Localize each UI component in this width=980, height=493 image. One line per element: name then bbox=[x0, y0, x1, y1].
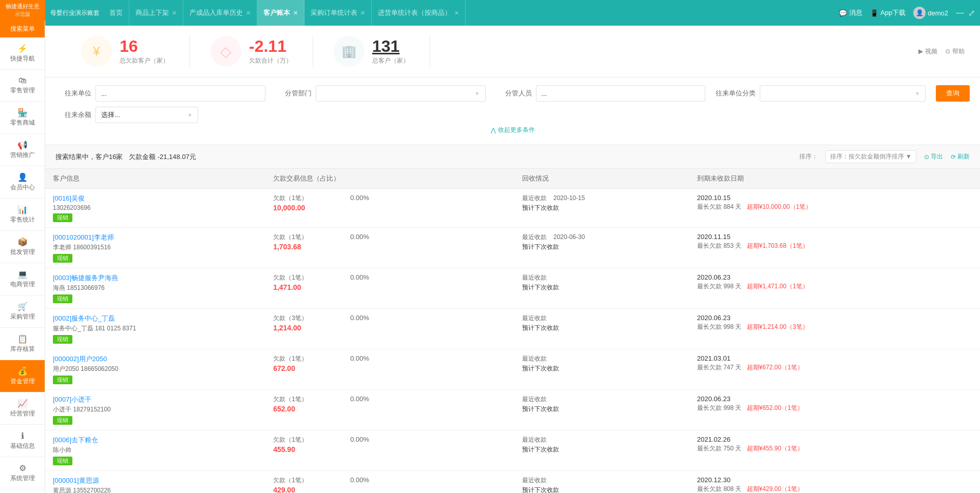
view-video-btn[interactable]: ▶ 视频 bbox=[918, 47, 937, 56]
recover-label-4: 最近收款 bbox=[522, 314, 682, 323]
maximize-btn[interactable]: ⤢ bbox=[968, 8, 975, 18]
sidebar-item-batch-mgmt[interactable]: 📦批发管理 bbox=[0, 231, 45, 263]
debt-amount-7[interactable]: 455.90 bbox=[273, 445, 335, 453]
debt-amount-4[interactable]: 1,214.00 bbox=[273, 324, 335, 332]
stat-debt-label: 欠款合计（万） bbox=[249, 56, 292, 65]
tab-close-purchase-stats[interactable]: ✕ bbox=[360, 10, 365, 16]
sidebar-item-quick-nav[interactable]: ⚡快捷导航 bbox=[0, 37, 45, 70]
app-download-btn[interactable]: 📱 App下载 bbox=[870, 8, 906, 17]
refresh-label: 刷新 bbox=[957, 152, 970, 161]
customer-name-link-1[interactable]: [0016]吴俊 bbox=[53, 194, 258, 203]
sidebar-item-finance[interactable]: 💰资金管理 bbox=[0, 360, 45, 392]
sort-select[interactable]: 排序：按欠款金额倒序排序 ▼ bbox=[825, 150, 916, 163]
debt-amount-5[interactable]: 672.00 bbox=[273, 364, 335, 372]
overdue-amount-link-3[interactable]: 超期¥1,471.00（1笔） bbox=[747, 283, 809, 290]
sidebar-item-operations[interactable]: 📈经营管理 bbox=[0, 392, 45, 425]
from-unit-input[interactable]: ... bbox=[95, 85, 265, 102]
overdue-amount-link-2[interactable]: 超期¥1,703.68（1笔） bbox=[747, 242, 809, 249]
query-button[interactable]: 查询 bbox=[936, 85, 970, 102]
customer-phone-6: 小迸干 18279152100 bbox=[53, 405, 258, 414]
user-avatar-btn[interactable]: 👤 demo2 bbox=[913, 7, 948, 19]
cell-debt-3: 欠款（1笔） 1,471.00 0.00% bbox=[265, 268, 514, 309]
debt-amount-8[interactable]: 429.00 bbox=[273, 486, 335, 493]
table-row: [0016]吴俊 13026203696 现销 欠款（1笔） 10,000.00… bbox=[45, 189, 980, 228]
export-icon: ⊙ bbox=[924, 153, 929, 161]
next-collect-7: 预计下次收款 bbox=[522, 445, 682, 454]
sidebar-item-basic-info[interactable]: ℹ基础信息 bbox=[0, 425, 45, 457]
customer-name-link-6[interactable]: [0007]小迸干 bbox=[53, 395, 258, 404]
sidebar-item-retail-mgmt[interactable]: 🛍零售管理 bbox=[0, 70, 45, 102]
sidebar-item-retail-stats[interactable]: 📊零售统计 bbox=[0, 199, 45, 231]
cell-recover-3: 最近收款 预计下次收款 bbox=[514, 268, 689, 309]
stat-total-customers: 🏢 131 总客户（家） bbox=[313, 36, 430, 67]
overdue-amount-link-4[interactable]: 超期¥1,214.00（3笔） bbox=[747, 323, 809, 330]
dept-select[interactable]: ▼ bbox=[316, 85, 486, 102]
debt-amount-6[interactable]: 652.00 bbox=[273, 405, 335, 413]
table-row: [0007]小迸干 小迸干 18279152100 现销 欠款（1笔） 652.… bbox=[45, 390, 980, 430]
overdue-days-7: 最长欠款 750 天 超期¥455.90（1笔） bbox=[697, 444, 972, 453]
debt-count-5: 欠款（1笔） bbox=[273, 354, 335, 363]
customer-phone-4: 服务中心_丁磊 181 0125 8371 bbox=[53, 324, 258, 333]
tab-home[interactable]: 首页 bbox=[103, 0, 129, 26]
cell-recover-7: 最近收款 预计下次收款 bbox=[514, 430, 689, 471]
collapse-filter-btn[interactable]: ⋀ 收起更多条件 bbox=[55, 123, 970, 137]
export-btn[interactable]: ⊙ 导出 bbox=[924, 152, 943, 161]
tab-close-import-stats[interactable]: ✕ bbox=[454, 10, 459, 16]
refresh-btn[interactable]: ⟳ 刷新 bbox=[951, 152, 970, 161]
debt-amount-1[interactable]: 10,000.00 bbox=[273, 204, 335, 212]
tab-production-history[interactable]: 产成品入库单历史✕ bbox=[183, 0, 257, 26]
search-menu-btn[interactable]: 搜索菜单 bbox=[0, 21, 45, 37]
tab-products-off[interactable]: 商品上下架✕ bbox=[129, 0, 183, 26]
cell-overdue-8: 2020.12.30 最长欠款 808 天 超期¥429.00（1笔） bbox=[689, 471, 980, 494]
debt-amount-2[interactable]: 1,703.68 bbox=[273, 243, 335, 251]
cell-overdue-2: 2020.11.15 最长欠款 853 天 超期¥1,703.68（1笔） bbox=[689, 228, 980, 268]
table-row: [0003]畅捷服务尹海燕 海燕 18513066976 现销 欠款（1笔） 1… bbox=[45, 268, 980, 309]
sidebar-item-marketing[interactable]: 📢营销推广 bbox=[0, 134, 45, 166]
sidebar-item-member-center[interactable]: 👤会员中心 bbox=[0, 166, 45, 199]
tab-close-customer-account[interactable]: ✕ bbox=[293, 10, 298, 16]
customer-name-link-2[interactable]: [0001020001]李老师 bbox=[53, 233, 258, 242]
cell-overdue-3: 2020.06.23 最长欠款 998 天 超期¥1,471.00（1笔） bbox=[689, 268, 980, 309]
help-btn[interactable]: ⊙ 帮助 bbox=[945, 47, 965, 56]
stat-total-value[interactable]: 131 bbox=[372, 38, 409, 54]
next-collect-2: 预计下次收款 bbox=[522, 243, 682, 251]
tab-customer-account[interactable]: 客户账本✕ bbox=[257, 0, 304, 26]
unit-class-select[interactable]: ▼ bbox=[760, 85, 926, 102]
minimize-btn[interactable]: — bbox=[956, 8, 964, 18]
data-table: 客户信息 欠款交易信息（占比） 回收情况 到期未收款日期 [0016]吴俊 13… bbox=[45, 169, 980, 493]
overdue-amount-link-5[interactable]: 超期¥672.00（1笔） bbox=[747, 364, 803, 371]
cell-customer-4: [0002]服务中心_丁磊 服务中心_丁磊 181 0125 8371 现销 bbox=[45, 309, 265, 349]
next-collect-1: 预计下次收款 bbox=[522, 204, 682, 212]
tab-close-production-history[interactable]: ✕ bbox=[246, 10, 251, 16]
basic-info-icon: ℹ bbox=[3, 431, 42, 441]
customer-name-link-8[interactable]: [000001]黄思源 bbox=[53, 476, 258, 485]
tab-import-stats[interactable]: 进货单统计表（按商品）✕ bbox=[372, 0, 466, 26]
debt-percent-2: 0.00% bbox=[350, 233, 369, 241]
dept-label: 分管部门 bbox=[276, 89, 312, 98]
customer-name-link-5[interactable]: [000002]用户2050 bbox=[53, 354, 258, 364]
sidebar-item-enterprise[interactable]: 🤝企业协同 bbox=[0, 489, 45, 493]
balance-select[interactable]: 选择... ▼ bbox=[95, 107, 198, 123]
customer-name-link-3[interactable]: [0003]畅捷服务尹海燕 bbox=[53, 273, 258, 283]
sidebar-item-inventory[interactable]: 📋库存核算 bbox=[0, 328, 45, 360]
tab-close-products-off[interactable]: ✕ bbox=[172, 10, 177, 16]
sidebar-item-ecommerce[interactable]: 💻电商管理 bbox=[0, 263, 45, 295]
sidebar-item-system[interactable]: ⚙系统管理 bbox=[0, 457, 45, 489]
overdue-amount-link-8[interactable]: 超期¥429.00（1笔） bbox=[747, 485, 803, 492]
brand-logo: 畅捷通好生意 示范版 bbox=[0, 0, 45, 21]
customer-name-link-4[interactable]: [0002]服务中心_丁磊 bbox=[53, 314, 258, 323]
tab-purchase-stats[interactable]: 采购订单统计表✕ bbox=[304, 0, 372, 26]
debt-info-3: 欠款（1笔） 1,471.00 0.00% bbox=[273, 273, 507, 291]
overdue-amount-link-7[interactable]: 超期¥455.90（1笔） bbox=[747, 445, 803, 452]
overdue-amount-link-1[interactable]: 超期¥10,000.00（1笔） bbox=[747, 203, 812, 210]
cell-recover-5: 最近收款 预计下次收款 bbox=[514, 349, 689, 390]
debt-amount-3[interactable]: 1,471.00 bbox=[273, 283, 335, 291]
overdue-amount-link-6[interactable]: 超期¥652.00（1笔） bbox=[747, 404, 803, 411]
sidebar-item-retail-mall[interactable]: 🏪零售商城 bbox=[0, 102, 45, 134]
cell-overdue-4: 2020.06.23 最长欠款 998 天 超期¥1,214.00（3笔） bbox=[689, 309, 980, 349]
person-input[interactable]: ... bbox=[536, 85, 706, 102]
customer-name-link-7[interactable]: [0006]去下粮仓 bbox=[53, 436, 258, 445]
industry-label: 母婴行业演示账套 bbox=[50, 9, 100, 17]
message-btn[interactable]: 💬 消息 bbox=[839, 8, 862, 17]
sidebar-item-purchase[interactable]: 🛒采购管理 bbox=[0, 295, 45, 328]
